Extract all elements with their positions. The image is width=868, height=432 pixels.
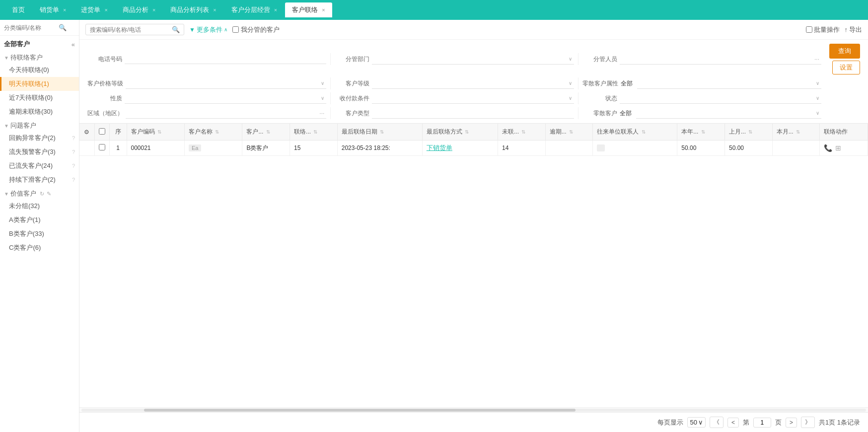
filter-label-retail-customer: 零散客户 xyxy=(582,109,617,118)
last-page-btn[interactable]: 》 xyxy=(801,417,815,428)
last-method-link[interactable]: 下销货单 xyxy=(427,144,452,151)
help-icon-4[interactable]: ? xyxy=(72,177,75,183)
filter-cell-gender: 性质 ∨ xyxy=(87,93,326,104)
page-number-input[interactable] xyxy=(753,418,771,428)
sidebar-item-ungrouped[interactable]: 未分组(32) xyxy=(0,199,79,213)
filter-select-price-level[interactable]: ∨ xyxy=(126,78,326,89)
value-refresh-icon[interactable]: ↻ xyxy=(40,191,44,197)
sidebar-item-churned[interactable]: 已流失客户(24) ? xyxy=(0,159,79,173)
select-all-checkbox[interactable] xyxy=(99,128,105,135)
th-overdue[interactable]: 逾期... ⇅ xyxy=(545,124,593,141)
sidebar-item-7days[interactable]: 近7天待联络(0) xyxy=(0,91,79,105)
sidebar-item-class-c[interactable]: C类客户(6) xyxy=(0,241,79,255)
filter-select-gender[interactable]: ∨ xyxy=(125,93,326,104)
filter-label-retail-attr: 零散客户属性 xyxy=(582,79,618,88)
action-grid-icon[interactable]: ⊞ xyxy=(835,144,841,152)
row-checkbox[interactable] xyxy=(99,144,105,150)
sidebar-item-repurchase-abnormal[interactable]: 回购异常客户(2) ? xyxy=(0,131,79,145)
filter-input-phone[interactable] xyxy=(125,55,326,64)
help-icon-2[interactable]: ? xyxy=(72,149,75,155)
filter-select-branch-dept[interactable]: ∨ xyxy=(372,54,574,65)
th-contact-count[interactable]: 联络... ⇅ xyxy=(290,124,338,141)
sidebar-section-pending[interactable]: 待联络客户 xyxy=(0,51,79,63)
search-icon[interactable]: 🔍 xyxy=(172,26,180,33)
query-btn[interactable]: 查询 xyxy=(829,44,860,59)
filter-divider-5 xyxy=(330,92,331,104)
first-page-btn[interactable]: 《 xyxy=(710,417,723,428)
nav-customer-tier[interactable]: 客户分层经营 × xyxy=(224,2,284,17)
action-phone-icon[interactable]: 📞 xyxy=(824,144,832,152)
td-this-month xyxy=(772,141,820,156)
sidebar-collapse-icon[interactable]: « xyxy=(72,41,75,48)
td-last-method[interactable]: 下销货单 xyxy=(422,141,498,156)
nav-sales[interactable]: 销货单 × xyxy=(33,2,73,17)
close-purchase-icon[interactable]: × xyxy=(104,7,107,13)
nav-product-analysis-list[interactable]: 商品分析列表 × xyxy=(163,2,223,17)
sort-this-year-icon: ⇅ xyxy=(701,129,705,135)
filter-cell-customer-type: 客户类型 xyxy=(335,108,574,119)
th-this-year[interactable]: 本年... ⇅ xyxy=(677,124,725,141)
close-sales-icon[interactable]: × xyxy=(63,7,66,13)
th-last-month[interactable]: 上月... ⇅ xyxy=(724,124,772,141)
value-edit-icon[interactable]: ✎ xyxy=(47,191,51,197)
action-icons: 📞 ⊞ xyxy=(824,144,864,152)
filter-dots-branch-person[interactable]: ··· xyxy=(620,54,821,65)
close-product-analysis-icon[interactable]: × xyxy=(152,7,155,13)
sidebar-search-input[interactable] xyxy=(4,24,59,31)
sidebar-section-problem[interactable]: 问题客户 xyxy=(0,119,79,131)
filter-cell-branch-dept: 分管部门 ∨ xyxy=(335,54,574,65)
th-no-contact[interactable]: 未联... ⇅ xyxy=(498,124,546,141)
sidebar-item-class-b[interactable]: B类客户(33) xyxy=(0,227,79,241)
batch-op-btn[interactable]: 批量操作 xyxy=(806,25,840,34)
sidebar-search-icon[interactable]: 🔍 xyxy=(59,24,67,31)
prev-page-btn[interactable]: < xyxy=(727,418,739,428)
sort-no-contact-icon: ⇅ xyxy=(521,129,525,135)
export-btn[interactable]: ↑ 导出 xyxy=(845,25,863,34)
next-page-btn[interactable]: > xyxy=(786,418,797,428)
my-customer-checkbox[interactable] xyxy=(232,26,239,33)
filter-select-retail-attr[interactable]: ∨ xyxy=(637,78,821,89)
search-input-wrap: 🔍 xyxy=(85,24,184,35)
sidebar-item-class-a[interactable]: A类客户(1) xyxy=(0,213,79,227)
filter-select-payment[interactable]: ∨ xyxy=(372,93,574,104)
filter-select-customer-type[interactable] xyxy=(372,108,574,119)
sidebar-item-today[interactable]: 今天待联络(0) xyxy=(0,63,79,77)
filter-select-retail-customer[interactable]: ∨ xyxy=(636,108,821,119)
sidebar-all-customers[interactable]: 全部客户 « xyxy=(0,36,79,51)
filter-select-status[interactable]: ∨ xyxy=(620,93,821,104)
th-last-date[interactable]: 最后联络日期 ⇅ xyxy=(337,124,422,141)
th-name[interactable]: 客户名称 ⇅ xyxy=(184,124,242,141)
nav-customer-contact[interactable]: 客户联络 × xyxy=(285,2,332,17)
horizontal-scrollbar[interactable] xyxy=(79,407,868,412)
filter-label-customer-level: 客户等级 xyxy=(335,79,369,88)
filter-cell-status: 状态 ∨ xyxy=(582,93,821,104)
th-type[interactable]: 客户... ⇅ xyxy=(242,124,290,141)
sidebar-item-overdue[interactable]: 逾期未联络(30) xyxy=(0,105,79,119)
filter-select-customer-level[interactable]: ∨ xyxy=(372,78,574,89)
sidebar-section-value[interactable]: 价值客户 ↻ ✎ xyxy=(0,187,79,199)
sort-last-date-icon: ⇅ xyxy=(380,129,384,135)
more-filter-btn[interactable]: ▼ 更多条件 ∧ xyxy=(189,25,227,34)
batch-op-checkbox[interactable] xyxy=(806,26,812,33)
filter-dots-area[interactable]: ··· xyxy=(126,108,326,119)
nav-home[interactable]: 首页 xyxy=(5,2,32,17)
nav-purchase[interactable]: 进货单 × xyxy=(74,2,114,17)
help-icon-3[interactable]: ? xyxy=(72,163,75,169)
page-size-select[interactable]: 50 ∨ xyxy=(687,417,705,428)
close-customer-tier-icon[interactable]: × xyxy=(274,7,277,13)
th-this-month[interactable]: 本月... ⇅ xyxy=(772,124,820,141)
th-code[interactable]: 客户编码 ⇅ xyxy=(127,124,184,141)
settings-btn[interactable]: 设置 xyxy=(832,61,860,74)
search-input[interactable] xyxy=(90,26,169,33)
sidebar-item-tomorrow[interactable]: 明天待联络(1) xyxy=(0,77,79,91)
close-product-analysis-list-icon[interactable]: × xyxy=(213,7,216,13)
scrollbar-track xyxy=(81,409,866,412)
nav-product-analysis[interactable]: 商品分析 × xyxy=(116,2,162,17)
sidebar-item-churn-warning[interactable]: 流失预警客户(3) ? xyxy=(0,145,79,159)
sidebar-item-declining[interactable]: 持续下滑客户(2) ? xyxy=(0,173,79,187)
help-icon-1[interactable]: ? xyxy=(72,135,75,141)
my-customer-check[interactable]: 我分管的客户 xyxy=(232,25,280,34)
th-contact-person[interactable]: 往来单位联系人 ⇅ xyxy=(593,124,677,141)
close-customer-contact-icon[interactable]: × xyxy=(322,7,325,13)
th-last-method[interactable]: 最后联络方式 ⇅ xyxy=(422,124,498,141)
